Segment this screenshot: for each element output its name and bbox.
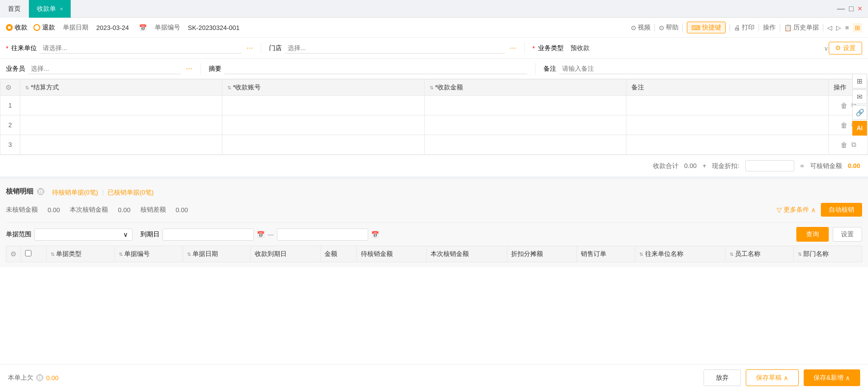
store-input[interactable] [285, 43, 505, 54]
cell-amount-3[interactable] [424, 135, 626, 155]
filter-setting-btn[interactable]: 设置 [833, 227, 862, 242]
tab-close-icon[interactable]: × [60, 6, 63, 12]
input-remark-2[interactable] [626, 115, 828, 135]
cell-settlement-3[interactable] [20, 135, 222, 155]
tab-home[interactable]: 首页 [0, 0, 29, 18]
delete-row-2-icon[interactable]: 🗑 [841, 121, 847, 129]
current-label: 本次核销金额 [70, 205, 108, 214]
operation-btn[interactable]: 操作 [763, 23, 776, 32]
video-label: 视频 [638, 23, 651, 32]
bottom-table-gear-icon[interactable]: ⚙ [10, 250, 17, 258]
this-order-info-icon[interactable]: ⓘ [36, 374, 43, 381]
range-select[interactable]: ∨ [34, 228, 133, 241]
save-new-label: 保存&新增 [814, 373, 843, 382]
summary-input[interactable] [224, 63, 527, 74]
toolbar-right: ⊙ 视频 ⊙ 帮助 ⌨ 快捷键 🖨 打印 操作 [631, 22, 862, 33]
setting-button[interactable]: ⚙ 设置 [829, 42, 862, 55]
counterpart-input[interactable] [40, 43, 242, 54]
abandon-button[interactable]: 放弃 [704, 369, 741, 386]
due-to-input[interactable]: 2022-04-12 [277, 228, 368, 241]
nav-left-icon[interactable]: ◁ [827, 24, 832, 31]
sidebar-mail-icon[interactable]: ✉ [852, 89, 867, 104]
calendar-from-icon[interactable]: 📅 [257, 231, 265, 238]
remark-input[interactable] [559, 63, 862, 74]
cell-settlement-1[interactable] [20, 96, 222, 115]
receipt-radio[interactable]: 收款 [6, 23, 27, 32]
available-label: 可核销金额 [810, 162, 842, 170]
footer-right: 放弃 保存草稿 ∧ 保存&新增 ∧ [704, 369, 860, 386]
due-from-input[interactable]: 2022-04-01 [163, 228, 254, 241]
query-btn[interactable]: 查询 [796, 227, 829, 242]
biz-type-chevron-icon[interactable]: ∨ [824, 45, 829, 52]
cell-amount-1[interactable] [424, 96, 626, 115]
th-amount: 金额 [321, 246, 357, 262]
input-account-3[interactable] [222, 135, 424, 154]
date-label: 单据日期 [63, 23, 88, 32]
select-all-checkbox[interactable] [25, 250, 31, 256]
refund-radio[interactable]: 退款 [33, 23, 55, 32]
cell-remark-2[interactable] [626, 115, 829, 135]
staff-more-btn[interactable]: ··· [186, 64, 192, 73]
cell-account-2[interactable] [222, 115, 424, 135]
table-gear-header[interactable]: ⚙ [0, 80, 20, 96]
save-new-chevron-icon[interactable]: ∧ [845, 374, 850, 382]
auto-verify-btn[interactable]: 自动核销 [821, 203, 862, 217]
copy-row-3-icon[interactable]: ⧉ [851, 140, 856, 149]
remark-label: 备注 [543, 64, 556, 73]
sidebar-table-icon[interactable]: ⊞ [852, 74, 867, 88]
tab-receipt[interactable]: 收款单 × [29, 0, 71, 18]
discount-label: 现金折扣: [712, 162, 739, 170]
shortcut-btn[interactable]: ⌨ 快捷键 [687, 22, 726, 33]
table-gear-icon[interactable]: ⚙ [5, 84, 12, 91]
verification-info-icon[interactable]: ⓘ [37, 188, 44, 195]
date-calendar-icon[interactable]: 📅 [139, 24, 147, 31]
input-settlement-3[interactable] [20, 135, 222, 154]
input-amount-2[interactable] [425, 115, 626, 135]
receipt-radio-dot [6, 24, 13, 31]
save-draft-button[interactable]: 保存草稿 ∧ [746, 369, 799, 386]
list-icon[interactable]: ≡ [845, 24, 849, 31]
input-account-2[interactable] [222, 115, 424, 135]
input-amount-3[interactable] [425, 135, 626, 154]
cell-account-1[interactable] [222, 96, 424, 115]
input-remark-1[interactable] [626, 96, 828, 115]
done-tab[interactable]: 已核销单据(0笔) [104, 186, 158, 199]
cell-account-3[interactable] [222, 135, 424, 155]
save-new-button[interactable]: 保存&新增 ∧ [804, 369, 860, 386]
video-icon: ⊙ [631, 24, 636, 31]
print-btn[interactable]: 🖨 打印 [734, 23, 755, 32]
stats-right: ▽ 更多条件 ∧ 自动核销 [777, 203, 862, 217]
input-account-1[interactable] [222, 96, 424, 115]
history-btn[interactable]: 📋 历史单据 [784, 23, 819, 32]
cell-settlement-2[interactable] [20, 115, 222, 135]
more-conditions-btn[interactable]: ▽ 更多条件 ∧ [777, 205, 816, 214]
counterpart-more-btn[interactable]: ··· [246, 44, 253, 53]
discount-input[interactable] [745, 160, 794, 171]
cell-remark-1[interactable] [626, 96, 829, 115]
pending-tab[interactable]: 待核销单据(0笔) [48, 186, 102, 199]
help-btn[interactable]: ⊙ 帮助 [659, 23, 678, 32]
input-settlement-2[interactable] [20, 115, 222, 135]
grid-icon[interactable]: ⊞ [853, 23, 862, 32]
store-more-btn[interactable]: ··· [510, 44, 516, 53]
chevron-up-icon: ∧ [811, 206, 816, 214]
delete-row-1-icon[interactable]: 🗑 [841, 102, 847, 110]
close-icon[interactable]: × [858, 4, 862, 13]
cell-amount-2[interactable] [424, 115, 626, 135]
input-amount-1[interactable] [425, 96, 626, 115]
calendar-to-icon[interactable]: 📅 [371, 231, 379, 238]
maximize-icon[interactable]: □ [849, 4, 854, 13]
save-draft-chevron-icon[interactable]: ∧ [784, 374, 788, 382]
receipt-refund-toggle: 收款 退款 [6, 23, 55, 32]
delete-row-3-icon[interactable]: 🗑 [841, 141, 847, 149]
nav-right-icon[interactable]: ▷ [836, 24, 841, 31]
tab-home-label: 首页 [8, 4, 21, 13]
input-settlement-1[interactable] [20, 96, 222, 115]
sidebar-ai-icon[interactable]: Ai [852, 121, 867, 136]
cell-remark-3[interactable] [626, 135, 829, 155]
video-btn[interactable]: ⊙ 视频 [631, 23, 651, 32]
input-remark-3[interactable] [626, 135, 828, 154]
sidebar-link-icon[interactable]: 🔗 [852, 105, 867, 120]
minimize-icon[interactable]: — [837, 4, 845, 13]
staff-input[interactable] [28, 63, 181, 74]
